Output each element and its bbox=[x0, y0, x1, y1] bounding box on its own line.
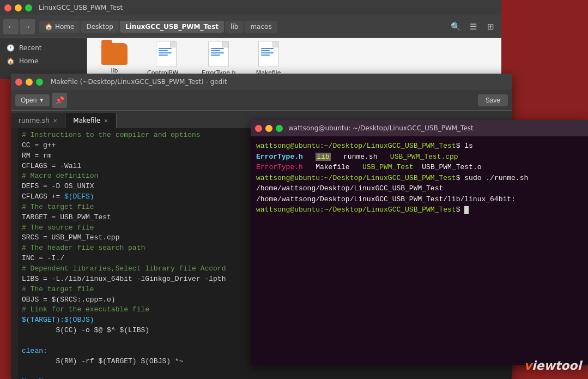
tab-makefile[interactable]: Makefile ✕ bbox=[65, 113, 116, 128]
terminal-line-3: wattsong@ubuntu:~/Desktop/LinuxGCC_USB_P… bbox=[256, 204, 583, 215]
doc-line bbox=[261, 55, 270, 56]
save-label: Save bbox=[486, 97, 500, 104]
doc-line bbox=[211, 52, 224, 53]
gedit-toolbar: Open ▼ 📌 Save bbox=[11, 90, 512, 111]
tab-runme-label: runme.sh bbox=[19, 117, 50, 124]
breadcrumb-project[interactable]: LinuxGCC_USB_PWM_Test bbox=[120, 21, 224, 33]
terminal-out-path2: /home/wattsong/Desktop/LinuxGCC_USB_PWM_… bbox=[256, 195, 516, 203]
tab-close-icon[interactable]: ✕ bbox=[104, 118, 108, 124]
forward-button[interactable]: → bbox=[20, 19, 35, 34]
home-icon: 🏠 bbox=[45, 23, 53, 31]
dropdown-arrow-icon: ▼ bbox=[39, 97, 44, 103]
file-item-lib[interactable]: lib bbox=[98, 43, 131, 74]
logo-v: v bbox=[524, 359, 532, 372]
gedit-minimize-button[interactable] bbox=[26, 79, 33, 86]
terminal-prompt-1: wattsong@ubuntu:~/Desktop/LinuxGCC_USB_P… bbox=[256, 142, 456, 150]
doc-line bbox=[159, 52, 172, 53]
terminal-file-makefile: Makefile bbox=[316, 163, 362, 171]
doc-icon bbox=[208, 41, 229, 67]
terminal-cursor bbox=[464, 206, 469, 214]
toolbar-right: 🔍 ☰ ⊞ bbox=[448, 19, 498, 34]
terminal-cmd-2: $ sudo ./runme.sh bbox=[456, 174, 529, 182]
terminal-output-files: ErrorType.h lib runme.sh USB_PWM_Test.cp… bbox=[256, 152, 583, 163]
sidebar-item-home[interactable]: 🏠 Home bbox=[0, 55, 87, 68]
terminal-cmd-1: $ ls bbox=[456, 142, 473, 150]
tab-makefile-label: Makefile bbox=[73, 117, 100, 124]
terminal-title: wattsong@ubuntu: ~/Desktop/LinuxGCC_USB_… bbox=[288, 124, 474, 132]
save-button[interactable]: Save bbox=[478, 94, 508, 106]
gedit-maximize-button[interactable] bbox=[36, 79, 43, 86]
breadcrumb-lib[interactable]: lib bbox=[225, 21, 244, 33]
view-list-button[interactable]: ☰ bbox=[465, 19, 481, 34]
terminal-output-2: /home/wattsong/Desktop/LinuxGCC_USB_PWM_… bbox=[256, 194, 583, 205]
breadcrumb-bar: 🏠 Home Desktop LinuxGCC_USB_PWM_Test lib… bbox=[39, 21, 444, 33]
close-button[interactable] bbox=[4, 4, 11, 11]
open-button[interactable]: Open ▼ bbox=[15, 94, 50, 106]
minimize-button[interactable] bbox=[15, 4, 22, 11]
doc-line bbox=[261, 50, 270, 51]
terminal-output-files2: ErrorType.h Makefile USB_PWM_Test USB_PW… bbox=[256, 162, 583, 173]
terminal-file-runme: runme.sh bbox=[331, 153, 390, 161]
file-manager-body: 🕐 Recent 🏠 Home lib bbox=[0, 38, 501, 79]
tab-close-icon[interactable]: ✕ bbox=[53, 118, 57, 124]
terminal-body: wattsong@ubuntu:~/Desktop/LinuxGCC_USB_P… bbox=[251, 136, 588, 365]
doc-line bbox=[211, 55, 220, 56]
terminal-prompt-2: wattsong@ubuntu:~/Desktop/LinuxGCC_USB_P… bbox=[256, 174, 456, 182]
breadcrumb-home[interactable]: 🏠 Home bbox=[39, 21, 80, 33]
open-label: Open bbox=[21, 97, 37, 104]
doc-line bbox=[159, 48, 172, 49]
recent-icon: 🕐 bbox=[7, 44, 15, 52]
file-item-controlpwm[interactable]: ControlPWM.h bbox=[147, 41, 185, 76]
doc-line bbox=[261, 52, 274, 53]
file-manager-toolbar: ← → 🏠 Home Desktop LinuxGCC_USB_PWM_Test… bbox=[0, 15, 501, 38]
terminal-prompt-3: wattsong@ubuntu:~/Desktop/LinuxGCC_USB_P… bbox=[256, 206, 456, 214]
files-area: lib ControlPWM.h bbox=[87, 38, 501, 79]
tab-runme[interactable]: runme.sh ✕ bbox=[11, 113, 65, 128]
sidebar-item-recent[interactable]: 🕐 Recent bbox=[0, 41, 87, 55]
file-manager-title: LinuxGCC_USB_PWM_Test bbox=[39, 4, 123, 11]
terminal-minimize-button[interactable] bbox=[265, 125, 272, 132]
terminal-line-1: wattsong@ubuntu:~/Desktop/LinuxGCC_USB_P… bbox=[256, 141, 583, 152]
doc-line bbox=[159, 50, 168, 51]
terminal-line-2: wattsong@ubuntu:~/Desktop/LinuxGCC_USB_P… bbox=[256, 173, 583, 184]
file-manager-titlebar: LinuxGCC_USB_PWM_Test bbox=[0, 0, 501, 15]
terminal-file-errortype: ErrorType.h bbox=[256, 153, 316, 161]
gedit-title: Makefile (~Desktop/LinuxGCC_USB_PWM_Test… bbox=[51, 78, 227, 86]
back-button[interactable]: ← bbox=[3, 19, 19, 34]
terminal-file-usb-test: USB_PWM_Test bbox=[362, 163, 414, 171]
doc-icon bbox=[156, 41, 177, 67]
search-button[interactable]: 🔍 bbox=[448, 19, 463, 34]
terminal-maximize-button[interactable] bbox=[276, 125, 283, 132]
folder-icon bbox=[101, 43, 128, 65]
terminal-output-1: /home/wattsong/Desktop/LinuxGCC_USB_PWM_… bbox=[256, 183, 583, 194]
doc-line bbox=[211, 48, 224, 49]
view-grid-button[interactable]: ⊞ bbox=[483, 19, 498, 34]
file-manager-window: LinuxGCC_USB_PWM_Test ← → 🏠 Home Desktop… bbox=[0, 0, 501, 79]
viewtool-logo: viewtool bbox=[524, 359, 581, 372]
terminal-window: wattsong@ubuntu: ~/Desktop/LinuxGCC_USB_… bbox=[251, 120, 588, 365]
save-pin-button[interactable]: 📌 bbox=[52, 93, 67, 108]
home-sidebar-icon: 🏠 bbox=[7, 57, 15, 65]
line-numbers bbox=[11, 128, 17, 379]
doc-icon bbox=[258, 41, 279, 67]
file-item-makefile[interactable]: Makefile bbox=[252, 41, 285, 76]
gedit-titlebar: Makefile (~Desktop/LinuxGCC_USB_PWM_Test… bbox=[11, 74, 512, 90]
breadcrumb-desktop[interactable]: Desktop bbox=[81, 21, 119, 33]
doc-line bbox=[211, 50, 220, 51]
gedit-close-button[interactable] bbox=[15, 79, 22, 86]
terminal-close-button[interactable] bbox=[255, 125, 262, 132]
breadcrumb-macos[interactable]: macos bbox=[245, 21, 277, 33]
file-item-errortype[interactable]: ErrorType.h bbox=[202, 41, 236, 76]
terminal-titlebar: wattsong@ubuntu: ~/Desktop/LinuxGCC_USB_… bbox=[251, 120, 588, 136]
maximize-button[interactable] bbox=[25, 4, 32, 11]
terminal-cmd-3: $ bbox=[456, 206, 465, 214]
terminal-file-lib: lib bbox=[316, 153, 330, 161]
terminal-out-path1: /home/wattsong/Desktop/LinuxGCC_USB_PWM_… bbox=[256, 184, 443, 192]
logo-rest: iewtool bbox=[532, 359, 581, 372]
terminal-file-usb-cpp: USB_PWM_Test.cpp bbox=[390, 153, 458, 161]
terminal-file-errortype2: ErrorType.h bbox=[256, 163, 316, 171]
sidebar: 🕐 Recent 🏠 Home bbox=[0, 38, 87, 79]
doc-line bbox=[159, 55, 168, 56]
doc-line bbox=[261, 48, 274, 49]
terminal-file-usb-o: USB_PWM_Test.o bbox=[414, 163, 482, 171]
